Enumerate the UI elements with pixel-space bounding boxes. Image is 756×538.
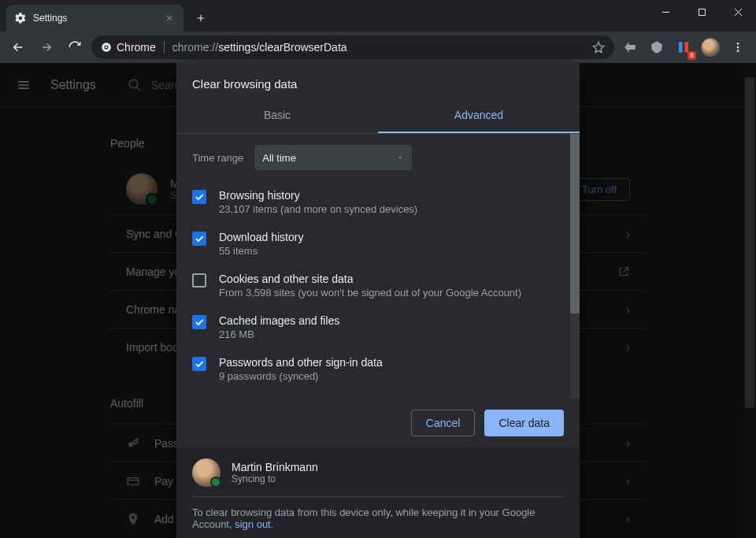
minimize-button[interactable] bbox=[647, 0, 684, 24]
time-range-select[interactable]: All time bbox=[254, 145, 412, 170]
time-range-row: Time range All time bbox=[192, 145, 564, 170]
tab-basic[interactable]: Basic bbox=[176, 97, 378, 133]
option-title: Passwords and other sign-in data bbox=[219, 356, 383, 369]
menu-button[interactable] bbox=[726, 35, 750, 59]
option-title: Cookies and other site data bbox=[219, 273, 521, 285]
svg-rect-5 bbox=[685, 42, 689, 53]
checkbox[interactable] bbox=[192, 315, 206, 329]
clear-data-button[interactable]: Clear data bbox=[484, 410, 564, 436]
new-tab-button[interactable] bbox=[190, 7, 212, 29]
clear-option: Download history55 items bbox=[192, 223, 564, 265]
window-controls bbox=[647, 0, 756, 24]
extension-icon-3[interactable] bbox=[673, 36, 695, 58]
clear-option: Cookies and other site dataFrom 3,598 si… bbox=[192, 265, 564, 306]
checkbox[interactable] bbox=[192, 357, 206, 371]
forward-button[interactable] bbox=[35, 35, 58, 59]
dialog-scrollbar[interactable] bbox=[570, 134, 580, 398]
option-subtitle: 55 items bbox=[219, 245, 303, 257]
tab-title: Settings bbox=[33, 13, 157, 24]
window-titlebar: Settings bbox=[0, 0, 756, 32]
profile-avatar[interactable] bbox=[699, 36, 721, 58]
sync-account-row: Martin Brinkmann Syncing to bbox=[192, 458, 564, 497]
site-chip: Chrome bbox=[101, 41, 165, 54]
tab-advanced[interactable]: Advanced bbox=[378, 97, 580, 133]
option-title: Cached images and files bbox=[219, 314, 339, 327]
sync-status: Syncing to bbox=[232, 473, 318, 484]
option-subtitle: 23,107 items (and more on synced devices… bbox=[219, 203, 417, 215]
close-icon[interactable] bbox=[163, 12, 176, 24]
option-subtitle: 216 MB bbox=[219, 328, 339, 340]
option-subtitle: 9 passwords (synced) bbox=[219, 370, 383, 382]
browser-toolbar: Chrome chrome://settings/clearBrowserDat… bbox=[0, 32, 756, 63]
clear-option: Passwords and other sign-in data9 passwo… bbox=[192, 348, 564, 390]
maximize-button[interactable] bbox=[684, 0, 720, 24]
checkbox[interactable] bbox=[192, 232, 206, 246]
clear-option: Cached images and files216 MB bbox=[192, 306, 564, 348]
site-chip-label: Chrome bbox=[117, 41, 156, 54]
extension-icon-2[interactable] bbox=[646, 36, 668, 58]
close-window-button[interactable] bbox=[720, 0, 756, 24]
gear-icon bbox=[14, 12, 27, 24]
clear-browsing-data-dialog: Clear browsing data Basic Advanced Time … bbox=[176, 63, 580, 538]
svg-rect-4 bbox=[679, 42, 683, 53]
chevron-down-icon bbox=[396, 154, 404, 161]
time-range-label: Time range bbox=[192, 152, 243, 164]
dialog-body: Time range All time Browsing history23,1… bbox=[176, 134, 580, 398]
dialog-title: Clear browsing data bbox=[176, 63, 580, 97]
back-button[interactable] bbox=[6, 35, 30, 59]
option-title: Download history bbox=[219, 231, 303, 243]
svg-point-6 bbox=[737, 43, 739, 45]
footer-note: To clear browsing data from this device … bbox=[192, 506, 564, 530]
dialog-tabs: Basic Advanced bbox=[176, 97, 580, 133]
svg-point-8 bbox=[737, 50, 739, 52]
reload-button[interactable] bbox=[63, 35, 87, 59]
url-text: chrome://settings/clearBrowserData bbox=[172, 41, 347, 54]
cancel-button[interactable]: Cancel bbox=[411, 410, 476, 436]
browser-tab[interactable]: Settings bbox=[6, 5, 183, 32]
extension-icon-1[interactable] bbox=[619, 36, 641, 58]
dialog-actions: Cancel Clear data bbox=[176, 398, 580, 447]
sync-name: Martin Brinkmann bbox=[232, 461, 318, 473]
svg-point-7 bbox=[737, 46, 739, 49]
svg-rect-0 bbox=[699, 9, 705, 15]
address-bar[interactable]: Chrome chrome://settings/clearBrowserDat… bbox=[91, 35, 614, 59]
svg-point-3 bbox=[106, 46, 108, 49]
clear-option: Browsing history23,107 items (and more o… bbox=[192, 181, 564, 223]
checkbox[interactable] bbox=[192, 273, 206, 288]
option-subtitle: From 3,598 sites (you won't be signed ou… bbox=[219, 287, 521, 299]
sign-out-link[interactable]: sign out bbox=[235, 518, 271, 530]
option-title: Browsing history bbox=[219, 189, 417, 202]
star-icon[interactable] bbox=[592, 41, 605, 54]
checkbox[interactable] bbox=[192, 190, 206, 204]
avatar bbox=[192, 458, 220, 487]
dialog-footer: Martin Brinkmann Syncing to To clear bro… bbox=[176, 447, 580, 538]
